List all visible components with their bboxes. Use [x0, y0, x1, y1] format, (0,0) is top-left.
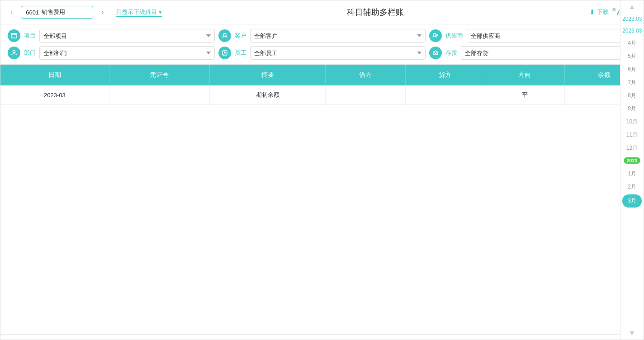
cell-direction: 平: [485, 85, 564, 105]
employee-select[interactable]: 全部员工: [250, 46, 426, 60]
timeline-panel: ▲ 2023.03 2023.03 4月 5月 6月 7月 8月 9月 10月 …: [620, 65, 644, 340]
show-sub-label: 只显示下级科目: [116, 8, 157, 16]
cell-date: 2023-03: [0, 85, 109, 105]
show-sub-button[interactable]: 只显示下级科目 ▾: [116, 8, 162, 17]
download-button[interactable]: ⬇ 下载: [589, 8, 609, 16]
timeline-item-8[interactable]: 8月: [620, 89, 644, 102]
svg-point-5: [433, 33, 436, 36]
col-debit: 借方: [326, 65, 405, 85]
svg-point-7: [13, 51, 15, 53]
table-row: 2023-03 期初余额 平: [0, 85, 644, 105]
project-icon: [8, 29, 20, 42]
supplier-select[interactable]: 全部供应商: [467, 29, 636, 42]
nav-prev-button[interactable]: ‹: [8, 7, 15, 17]
supplier-label: 供应商: [445, 32, 463, 40]
timeline-scroll-down[interactable]: ▼: [620, 327, 644, 340]
page-title: 科目辅助多栏账: [167, 7, 584, 18]
horizontal-scrollbar[interactable]: [0, 334, 644, 340]
svg-point-6: [436, 34, 438, 36]
year-badge: 2023: [624, 157, 640, 164]
close-button[interactable]: ×: [611, 5, 616, 14]
cell-debit: [326, 85, 405, 105]
project-label: 项目: [24, 32, 36, 40]
table-header-row: 日期 凭证号 摘要 借方 贷方 方向 余额: [0, 65, 644, 85]
col-direction: 方向: [485, 65, 564, 85]
top-bar: ‹ 6601 销售费用 › 只显示下级科目 ▾ 科目辅助多栏账 ⬇ 下载 🖨 打…: [0, 0, 644, 24]
department-select[interactable]: 全部部门: [39, 46, 215, 60]
timeline-year-2023[interactable]: 2023: [620, 155, 644, 167]
col-date: 日期: [0, 65, 109, 85]
inventory-icon: [429, 47, 442, 59]
timeline-item-11[interactable]: 11月: [620, 128, 644, 142]
cell-credit: [405, 85, 485, 105]
col-credit: 贷方: [405, 65, 485, 85]
department-icon: [8, 47, 20, 59]
show-sub-dropdown-icon: ▾: [159, 9, 162, 15]
download-label: 下载: [597, 8, 609, 16]
content-area: 日期 凭证号 摘要 借方 贷方 方向 余额 2023-03: [0, 65, 644, 340]
supplier-icon: [429, 29, 442, 42]
customer-select[interactable]: 全部客户: [250, 29, 426, 42]
timeline-item-7[interactable]: 7月: [620, 76, 644, 89]
employee-icon: [218, 47, 231, 59]
col-summary: 摘要: [210, 65, 326, 85]
filter-employee: 员工 全部员工: [218, 46, 426, 60]
filter-project: 项目 全部项目: [8, 29, 215, 42]
main-content: 日期 凭证号 摘要 借方 贷方 方向 余额 2023-03: [0, 65, 644, 340]
department-label: 部门: [24, 49, 36, 57]
inventory-label: 存货: [445, 49, 457, 57]
timeline-item-6[interactable]: 6月: [620, 65, 644, 76]
svg-rect-0: [11, 33, 17, 38]
project-select[interactable]: 全部项目: [39, 29, 215, 42]
filter-bar: 项目 全部项目 客户 全部客户: [0, 24, 644, 65]
timeline-item-3-active[interactable]: 3月: [622, 194, 642, 208]
timeline-item-1[interactable]: 1月: [620, 167, 644, 180]
filter-department: 部门 全部部门: [8, 46, 215, 60]
account-code-value: 6601: [26, 9, 39, 16]
timeline-item-10[interactable]: 10月: [620, 115, 644, 128]
download-icon: ⬇: [589, 8, 595, 16]
cell-voucher: [109, 85, 210, 105]
timeline-item-2[interactable]: 2月: [620, 180, 644, 194]
svg-point-4: [223, 33, 226, 36]
timeline-item-12[interactable]: 12月: [620, 142, 644, 155]
employee-label: 员工: [235, 49, 246, 57]
account-name-value: 销售费用: [42, 8, 65, 16]
table-container[interactable]: 日期 凭证号 摘要 借方 贷方 方向 余额 2023-03: [0, 65, 644, 334]
nav-next-button[interactable]: ›: [99, 7, 106, 17]
customer-label: 客户: [235, 32, 246, 40]
cell-summary: 期初余额: [210, 85, 326, 105]
svg-point-9: [224, 52, 226, 53]
filter-inventory: 存货 全部存货: [429, 46, 636, 60]
col-voucher: 凭证号: [109, 65, 210, 85]
account-code-field[interactable]: 6601 销售费用: [21, 6, 93, 19]
filter-customer: 客户 全部客户: [218, 29, 426, 42]
customer-icon: [218, 29, 231, 42]
filter-supplier: 供应商 全部供应商: [429, 29, 636, 42]
inventory-select[interactable]: 全部存货: [461, 46, 636, 60]
scroll-down-icon: ▼: [629, 329, 636, 337]
data-table: 日期 凭证号 摘要 借方 贷方 方向 余额 2023-03: [0, 65, 644, 105]
timeline-item-9[interactable]: 9月: [620, 102, 644, 115]
main-window: ‹ 6601 销售费用 › 只显示下级科目 ▾ 科目辅助多栏账 ⬇ 下载 🖨 打…: [0, 0, 644, 340]
timeline-list: 2023.03 2023.03 4月 5月 6月 7月 8月 9月 10月 11…: [620, 65, 644, 327]
